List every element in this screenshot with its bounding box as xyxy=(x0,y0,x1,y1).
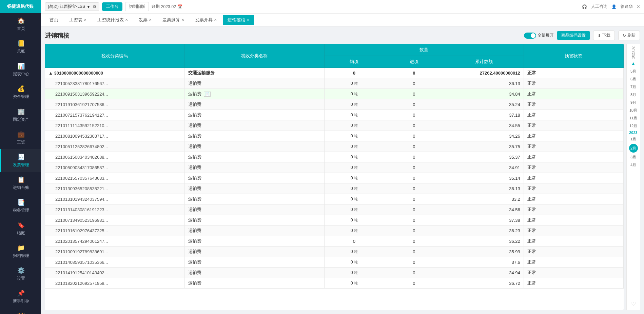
month-9[interactable]: 9月 xyxy=(627,99,640,106)
switch-version-button[interactable]: 切到旧版 xyxy=(125,2,149,11)
cell-status: 正常 xyxy=(524,89,623,99)
tab-invoice-open[interactable]: 发票开具 ✕ xyxy=(190,15,221,25)
month-3[interactable]: 3月 xyxy=(627,153,640,161)
month-11[interactable]: 11月 xyxy=(627,114,640,122)
sidebar-item-salary[interactable]: 💼 工资 xyxy=(0,126,41,149)
tab-invoice-open-close[interactable]: ✕ xyxy=(214,18,217,22)
cell-invoice-code: 22101820212692571958... xyxy=(45,278,185,289)
tab-salary-label: 工资表 xyxy=(69,17,82,23)
month-7[interactable]: 7月 xyxy=(627,83,640,91)
sidebar-item-ledger[interactable]: 📒 总账 xyxy=(0,36,41,58)
download-button[interactable]: ⬇ 下载 xyxy=(593,31,615,40)
user-avatar: 👤 xyxy=(611,4,617,9)
cell-cumulative: 35.75 xyxy=(444,141,524,152)
sidebar-item-reports[interactable]: 📊 报表中心 xyxy=(0,58,41,81)
sidebar-item-home[interactable]: 🏠 首页 xyxy=(0,13,41,36)
topbar-left: (勿动) 江西报宝-LSS ▼ ⧉ 工作台 切到旧版 账期 2023-02 📅 xyxy=(45,2,182,11)
cell-name: 运输费 xyxy=(184,247,324,257)
cell-status: 正常 xyxy=(524,215,623,225)
tab-home[interactable]: 首页 xyxy=(45,15,63,25)
expand-toggle[interactable] xyxy=(524,33,536,39)
settings-button[interactable]: 商品编码设置 xyxy=(557,31,590,40)
cell-purchase: 0 xyxy=(384,268,444,278)
cell-name: 运输费 📄 xyxy=(184,89,324,99)
tab-salary[interactable]: 工资表 ✕ xyxy=(64,15,91,25)
tab-invoice-close[interactable]: ✕ xyxy=(149,18,152,22)
cell-sales: 0 吨 xyxy=(324,215,384,225)
cell-purchase: 0 xyxy=(384,110,444,120)
cell-name: 运输费 xyxy=(184,257,324,268)
month-8[interactable]: 8月 xyxy=(627,91,640,99)
cell-status: 正常 xyxy=(524,162,623,173)
cell-purchase: 0 xyxy=(384,278,444,289)
invoice-icon: 🧾 xyxy=(17,153,25,161)
month-12[interactable]: 12月 xyxy=(627,122,640,130)
month-6[interactable]: 6月 xyxy=(627,75,640,83)
tab-salary-close[interactable]: ✕ xyxy=(84,18,86,22)
cell-cumulative: 34.56 xyxy=(444,204,524,215)
cell-cumulative: 33.2 xyxy=(444,194,524,204)
tab-salary-stat[interactable]: 工资统计报表 ✕ xyxy=(93,15,133,25)
assets-icon: 🏢 xyxy=(17,108,25,115)
calendar-icon: 📅 xyxy=(177,4,182,9)
tab-reconcile[interactable]: 进销稽核 ✕ xyxy=(223,15,254,25)
page-content: 进销稽核 全部展开 商品编码设置 ⬇ 下载 ↻ 刷新 xyxy=(41,26,644,314)
col-tax-name: 税收分类名称 xyxy=(184,44,324,68)
cell-cumulative: 34.91 xyxy=(444,162,524,173)
sidebar-item-member[interactable]: 👑 畅会员 xyxy=(0,308,41,314)
month-4[interactable]: 4月 xyxy=(627,161,640,169)
cell-cumulative: 34.26 xyxy=(444,131,524,141)
cell-invoice-code: 22100810094532303717... xyxy=(45,131,185,141)
cell-sales: 0 吨 xyxy=(324,183,384,194)
cell-purchase: 0 xyxy=(384,89,444,99)
cell-status: 正常 xyxy=(524,152,623,162)
company-selector[interactable]: (勿动) 江西报宝-LSS ▼ ⧉ xyxy=(45,2,99,11)
sidebar-item-tax[interactable]: 📑 税务管理 xyxy=(0,195,41,217)
close-button[interactable]: × xyxy=(637,4,640,10)
member-icon: 👑 xyxy=(17,312,25,314)
prev-year-nav[interactable]: ▲ xyxy=(630,59,637,67)
sidebar-item-guide[interactable]: 📌 新手引导 xyxy=(0,286,41,308)
cell-name: 运输费 xyxy=(184,183,324,194)
sidebar-item-sales-ledger[interactable]: 📋 进销台账 xyxy=(0,172,41,195)
cell-cumulative: 36.13 xyxy=(444,183,524,194)
cell-purchase: 0 xyxy=(384,68,444,78)
tab-reconcile-close[interactable]: ✕ xyxy=(247,18,249,22)
sidebar-item-settings[interactable]: ⚙️ 设置 xyxy=(0,263,41,286)
sidebar-item-invoice[interactable]: 🧾 发票管理 xyxy=(0,149,41,172)
cell-name: 运输费 xyxy=(184,278,324,289)
cell-invoice-code: 22101111143592152210... xyxy=(45,120,185,131)
tab-home-label: 首页 xyxy=(50,17,58,23)
cell-status: 正常 xyxy=(524,247,623,257)
col-purchase: 进项 xyxy=(384,56,444,68)
sidebar-item-capital[interactable]: 💰 资金管理 xyxy=(0,81,41,104)
sidebar-item-archive[interactable]: 📁 归档管理 xyxy=(0,240,41,263)
worktable-button[interactable]: 工作台 xyxy=(102,2,122,11)
cell-status: 正常 xyxy=(524,141,623,152)
cell-cumulative: 35.37 xyxy=(444,152,524,162)
cell-purchase: 0 xyxy=(384,120,444,131)
refresh-button[interactable]: ↻ 刷新 xyxy=(618,31,640,40)
month-5[interactable]: 5月 xyxy=(627,67,640,75)
tab-invoice[interactable]: 发票 ✕ xyxy=(134,15,156,25)
cell-cumulative: 35.99 xyxy=(444,247,524,257)
cell-name: 运输费 xyxy=(184,120,324,131)
tab-invoice-calc[interactable]: 发票测算 ✕ xyxy=(158,15,189,25)
cell-status: 正常 xyxy=(524,236,623,247)
cell-invoice-code: 22101408593571035366... xyxy=(45,257,185,268)
month-2-active[interactable]: 2月 xyxy=(629,144,638,153)
cell-cumulative: 35.24 xyxy=(444,99,524,110)
sidebar-item-settle[interactable]: 🔖 结账 xyxy=(0,217,41,240)
cell-purchase: 0 xyxy=(384,141,444,152)
tab-salary-stat-close[interactable]: ✕ xyxy=(125,18,128,22)
month-1[interactable]: 1月 xyxy=(627,135,640,143)
month-10[interactable]: 10月 xyxy=(627,106,640,114)
cell-status: 正常 xyxy=(524,204,623,215)
cell-cumulative: 36.72 xyxy=(444,278,524,289)
table-row: 22100915031396592224... 运输费 📄 0 吨 0 34.8… xyxy=(45,89,624,99)
favorite-icon[interactable]: ♡ xyxy=(631,301,636,307)
table-row: 22101009192789838691... 运输费 0 吨 0 35.99 … xyxy=(45,247,624,257)
support-label[interactable]: 人工咨询 xyxy=(591,4,607,9)
tab-invoice-calc-close[interactable]: ✕ xyxy=(181,18,184,22)
sidebar-item-assets[interactable]: 🏢 固定资产 xyxy=(0,104,41,126)
